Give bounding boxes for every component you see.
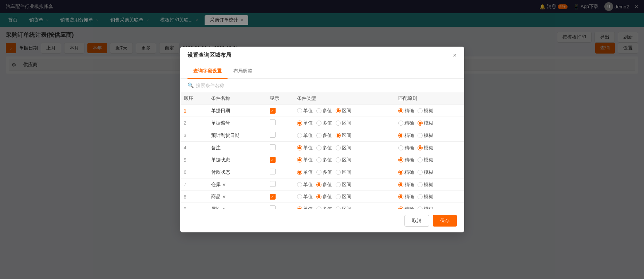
- type-radio-item[interactable]: 区间: [336, 169, 351, 176]
- tab-query-fields[interactable]: 查询字段设置: [187, 64, 228, 79]
- row-display-checkbox[interactable]: ✓: [270, 194, 276, 200]
- type-radio-item[interactable]: 区间: [336, 120, 351, 126]
- col-show: 显示: [266, 92, 294, 105]
- table-row: 1单据日期✓单值多值区间精确模糊: [180, 105, 464, 117]
- row-display-checkbox[interactable]: [270, 132, 276, 138]
- search-box: 🔍: [180, 79, 464, 92]
- radio-circle-icon: [418, 157, 423, 162]
- match-radio-item[interactable]: 精确: [398, 169, 414, 176]
- field-table-head: 顺序 条件名称 显示 条件类型 匹配原则: [180, 92, 464, 105]
- row-display-checkbox[interactable]: [270, 169, 276, 174]
- radio-label: 模糊: [424, 120, 433, 126]
- match-radio-item[interactable]: 模糊: [418, 181, 433, 188]
- row-display-checkbox[interactable]: [270, 205, 276, 209]
- row-display-checkbox[interactable]: [270, 144, 276, 150]
- field-table-scroll: 顺序 条件名称 显示 条件类型 匹配原则 1单据日期✓单值多值区间精确模糊2单据…: [180, 92, 464, 209]
- type-radio-group: 单值多值区间: [297, 181, 391, 188]
- type-radio-item[interactable]: 单值: [297, 157, 313, 163]
- type-radio-item[interactable]: 单值: [297, 193, 313, 200]
- match-radio-item[interactable]: 精确: [398, 132, 414, 139]
- match-radio-item[interactable]: 精确: [398, 157, 414, 163]
- radio-label: 单值: [303, 181, 313, 188]
- row-checkbox-cell: ✓: [266, 191, 294, 203]
- radio-circle-icon: [316, 157, 321, 162]
- row-type-cell: 单值多值区间: [293, 203, 395, 209]
- type-radio-item[interactable]: 多值: [316, 107, 332, 114]
- radio-circle-icon: [297, 194, 302, 199]
- match-radio-item[interactable]: 模糊: [418, 157, 433, 163]
- dialog-close-button[interactable]: ×: [453, 52, 457, 59]
- row-display-checkbox[interactable]: [270, 119, 276, 125]
- radio-circle-icon: [336, 157, 341, 162]
- match-radio-item[interactable]: 精确: [398, 181, 414, 188]
- radio-label: 单值: [303, 120, 313, 126]
- type-radio-item[interactable]: 单值: [297, 107, 313, 114]
- match-radio-item[interactable]: 精确: [398, 145, 414, 151]
- cancel-button[interactable]: 取消: [404, 215, 429, 227]
- match-radio-item[interactable]: 模糊: [418, 169, 433, 176]
- row-display-checkbox[interactable]: [270, 181, 276, 187]
- row-display-checkbox[interactable]: ✓: [270, 157, 276, 163]
- type-radio-item[interactable]: 单值: [297, 120, 313, 126]
- row-type-cell: 单值多值区间: [293, 105, 395, 117]
- radio-circle-icon: [398, 145, 403, 150]
- type-radio-item[interactable]: 单值: [297, 169, 313, 176]
- radio-circle-icon: [398, 194, 403, 199]
- match-radio-item[interactable]: 模糊: [418, 193, 433, 200]
- radio-label: 模糊: [424, 107, 433, 114]
- radio-circle-icon: [336, 170, 341, 175]
- radio-circle-icon: [398, 182, 403, 187]
- type-radio-item[interactable]: 多值: [316, 120, 332, 126]
- type-radio-item[interactable]: 多值: [316, 132, 332, 139]
- type-radio-item[interactable]: 区间: [336, 157, 351, 163]
- type-radio-item[interactable]: 区间: [336, 107, 351, 114]
- match-radio-item[interactable]: 模糊: [418, 145, 433, 151]
- type-radio-item[interactable]: 多值: [316, 169, 332, 176]
- type-radio-group: 单值多值区间: [297, 120, 391, 126]
- col-name: 条件名称: [208, 92, 266, 105]
- type-radio-item[interactable]: 单值: [297, 145, 313, 151]
- radio-label: 模糊: [424, 132, 433, 139]
- radio-label: 多值: [323, 120, 332, 126]
- type-radio-item[interactable]: 多值: [316, 157, 332, 163]
- radio-label: 单值: [303, 169, 313, 176]
- type-radio-item[interactable]: 区间: [336, 181, 351, 188]
- type-radio-item[interactable]: 单值: [297, 206, 313, 209]
- radio-circle-icon: [297, 133, 302, 138]
- row-checkbox-cell: [266, 129, 294, 142]
- match-radio-item[interactable]: 精确: [398, 206, 414, 209]
- row-checkbox-cell: [266, 203, 294, 209]
- radio-circle-icon: [297, 157, 302, 162]
- row-type-cell: 单值多值区间: [293, 191, 395, 203]
- radio-label: 多值: [323, 169, 332, 176]
- type-radio-item[interactable]: 区间: [336, 145, 351, 151]
- radio-label: 模糊: [424, 145, 433, 151]
- type-radio-item[interactable]: 单值: [297, 181, 313, 188]
- search-input[interactable]: [196, 83, 269, 88]
- table-row: 5单据状态✓单值多值区间精确模糊: [180, 154, 464, 166]
- radio-label: 多值: [323, 193, 332, 200]
- type-radio-item[interactable]: 多值: [316, 181, 332, 188]
- match-radio-item[interactable]: 精确: [398, 193, 414, 200]
- type-radio-item[interactable]: 多值: [316, 206, 332, 209]
- radio-circle-icon: [418, 170, 423, 175]
- dialog-footer: 取消 保存: [180, 209, 464, 232]
- type-radio-item[interactable]: 区间: [336, 206, 351, 209]
- row-match-cell: 精确模糊: [395, 105, 464, 117]
- row-display-checkbox[interactable]: ✓: [270, 108, 276, 114]
- match-radio-item[interactable]: 模糊: [418, 132, 433, 139]
- match-radio-item[interactable]: 精确: [398, 107, 414, 114]
- type-radio-item[interactable]: 区间: [336, 132, 351, 139]
- type-radio-item[interactable]: 多值: [316, 193, 332, 200]
- match-radio-item[interactable]: 精确: [398, 120, 414, 126]
- type-radio-item[interactable]: 区间: [336, 193, 351, 200]
- match-radio-item[interactable]: 模糊: [418, 120, 433, 126]
- match-radio-item[interactable]: 模糊: [418, 107, 433, 114]
- table-row: 9属性 ∨单值多值区间精确模糊: [180, 203, 464, 209]
- dialog-title: 设置查询区域布局: [187, 52, 231, 59]
- tab-layout-adjust[interactable]: 布局调整: [228, 64, 258, 79]
- type-radio-item[interactable]: 单值: [297, 132, 313, 139]
- type-radio-item[interactable]: 多值: [316, 145, 332, 151]
- match-radio-item[interactable]: 模糊: [418, 206, 433, 209]
- save-button[interactable]: 保存: [433, 215, 457, 227]
